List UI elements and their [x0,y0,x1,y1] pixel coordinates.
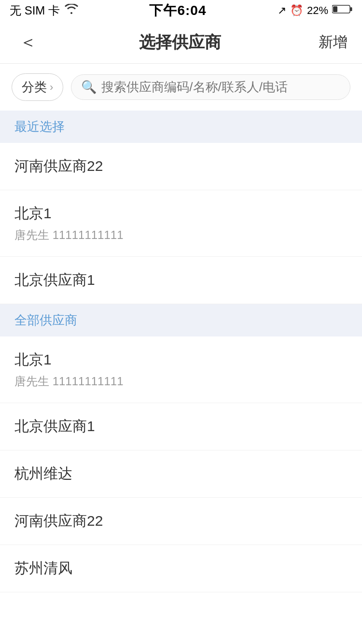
search-input[interactable] [101,80,340,95]
item-name: 苏州清风 [14,559,348,578]
list-item[interactable]: 北京供应商1 [0,257,362,304]
chevron-right-icon: › [50,81,53,94]
recent-items-list: 河南供应商22北京1唐先生 11111111111北京供应商1 [0,143,362,304]
list-item[interactable]: 北京1唐先生 11111111111 [0,336,362,403]
battery-icon [332,4,352,17]
recent-section-label: 最近选择 [14,119,65,134]
battery-label: 22% [307,4,328,17]
list-item[interactable]: 北京供应商1 [0,403,362,450]
item-name: 北京1 [14,350,348,370]
page-title: 选择供应商 [139,31,221,54]
list-item[interactable]: 苏州清风 [0,545,362,592]
all-items-list: 北京1唐先生 11111111111北京供应商1杭州维达河南供应商22苏州清风 [0,336,362,592]
all-section-label: 全部供应商 [14,313,77,327]
svg-rect-2 [333,6,337,12]
list-item[interactable]: 杭州维达 [0,450,362,498]
list-item[interactable]: 北京1唐先生 11111111111 [0,190,362,257]
item-name: 河南供应商22 [14,511,348,531]
status-right: ↗ ⏰ 22% [278,4,352,17]
svg-rect-1 [350,7,352,11]
wifi-icon [65,4,78,17]
item-name: 河南供应商22 [14,156,348,176]
item-name: 北京供应商1 [14,417,348,436]
category-label: 分类 [22,79,47,96]
search-icon: 🔍 [81,80,97,95]
item-sub: 唐先生 11111111111 [14,374,348,389]
filter-bar: 分类 › 🔍 [0,64,362,111]
item-name: 杭州维达 [14,464,348,484]
list-item[interactable]: 河南供应商22 [0,143,362,190]
alarm-icon: ⏰ [290,4,303,17]
all-section-header: 全部供应商 [0,304,362,336]
status-left: 无 SIM 卡 [10,3,78,18]
recent-section-header: 最近选择 [0,111,362,143]
back-button[interactable]: ＜ [14,26,42,59]
search-box[interactable]: 🔍 [71,74,350,100]
category-filter[interactable]: 分类 › [12,73,63,101]
nav-bar: ＜ 选择供应商 新增 [0,21,362,64]
item-sub: 唐先生 11111111111 [14,227,348,243]
status-time: 下午6:04 [149,1,206,20]
direction-icon: ↗ [278,4,286,17]
add-button[interactable]: 新增 [319,32,348,52]
item-name: 北京1 [14,204,348,224]
no-sim-label: 无 SIM 卡 [10,3,60,18]
item-name: 北京供应商1 [14,270,348,290]
status-bar: 无 SIM 卡 下午6:04 ↗ ⏰ 22% [0,0,362,21]
list-item[interactable]: 河南供应商22 [0,498,362,545]
